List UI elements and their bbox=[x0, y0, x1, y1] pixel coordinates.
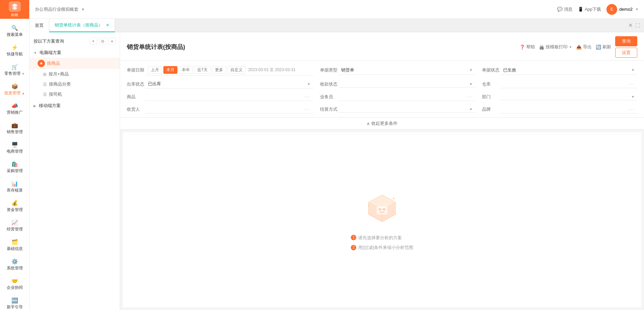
tree-item-by-month-product[interactable]: ⊞ 按月+商品 bbox=[30, 69, 120, 79]
filter-settlement: 结算方式 ▼ bbox=[320, 106, 475, 113]
sidebar-item-operations[interactable]: 📈 经营管理 bbox=[1, 217, 28, 235]
logo-text: 标账 bbox=[11, 12, 18, 17]
stock-out-value[interactable]: 已出库 ▼ bbox=[145, 80, 313, 89]
receipt-label: 收款状态 bbox=[320, 81, 338, 87]
brand-value[interactable]: ··· bbox=[500, 105, 637, 113]
product-value[interactable]: ··· bbox=[145, 93, 313, 101]
settings-button[interactable]: 设置 bbox=[615, 48, 637, 58]
dept-value[interactable]: ▼ bbox=[500, 94, 637, 100]
tab-expand-btn[interactable]: ⛶ bbox=[635, 23, 640, 28]
receiver-value[interactable]: ··· bbox=[145, 105, 313, 113]
tab-home[interactable]: 首页 bbox=[30, 19, 49, 32]
date-custom-btn[interactable]: 自定义 bbox=[227, 66, 246, 74]
sidebar-item-wholesale[interactable]: 📦 批发管理 ▲ bbox=[1, 81, 28, 99]
sidebar-item-marketing[interactable]: 📣 营销推广 bbox=[1, 100, 28, 118]
sidebar-item-system[interactable]: ⚙️ 系统管理 bbox=[1, 256, 28, 274]
sidebar-item-finance[interactable]: 💰 资金管理 bbox=[1, 197, 28, 215]
tree-item-by-category[interactable]: ☰ 按商品分类 bbox=[30, 79, 120, 89]
refresh-icon: 🔄 bbox=[596, 45, 601, 50]
empty-state: ✦ ✦ ✦ 1 请先选择要分析的方案 2 用[过滤]条件来缩小分析范围 bbox=[123, 132, 641, 307]
empty-tips: 1 请先选择要分析的方案 2 用[过滤]条件来缩小分析范围 bbox=[351, 234, 413, 252]
date-this-month-btn[interactable]: 本月 bbox=[163, 66, 177, 74]
tab-close-window-btn[interactable]: ✕ bbox=[628, 22, 633, 29]
logo: 标账 bbox=[0, 0, 29, 19]
sidebar-item-retail[interactable]: 🛒 零售管理 ▼ bbox=[1, 61, 28, 79]
receipt-value[interactable]: ▼ bbox=[338, 81, 475, 88]
sidebar-item-sales[interactable]: 💼 销售管理 bbox=[1, 119, 28, 138]
message-icon: 💬 bbox=[557, 7, 562, 12]
print-dropdown-icon: ▼ bbox=[569, 45, 572, 49]
date-last-month-btn[interactable]: 上月 bbox=[148, 66, 162, 74]
filter-row-4: 收货人 ··· 结算方式 ▼ bbox=[127, 105, 637, 113]
tab-controls: ✕ ⛶ bbox=[624, 22, 644, 29]
sidebar-item-enterprise[interactable]: 🤝 企业协同 bbox=[1, 275, 28, 293]
tabs-bar: 首页 销货单统计表（按商品） ✕ ✕ ⛶ bbox=[30, 19, 644, 32]
date-more-btn[interactable]: 更多 bbox=[212, 66, 226, 74]
date-value[interactable]: 上月 本月 本年 近7天 更多 自定义 2023-03-01 至 2023-03… bbox=[145, 65, 313, 75]
refresh-btn[interactable]: 🔄 刷新 bbox=[596, 44, 611, 50]
svg-point-0 bbox=[40, 62, 42, 64]
help-btn[interactable]: ❓ 帮助 bbox=[520, 44, 535, 50]
settlement-label: 结算方式 bbox=[320, 106, 338, 112]
warehouse-dots: ··· bbox=[629, 81, 635, 87]
dropdown-arrow-icon[interactable]: ▼ bbox=[81, 7, 85, 11]
salesman-dots: ··· bbox=[467, 94, 473, 99]
doc-status-label: 单据状态 bbox=[482, 67, 500, 73]
brand-dots: ··· bbox=[629, 106, 635, 112]
salesman-value[interactable]: ··· bbox=[338, 93, 475, 101]
svg-rect-6 bbox=[383, 208, 385, 210]
add-scheme-btn[interactable]: + bbox=[90, 38, 97, 45]
tree-section-mobile[interactable]: ▶ 移动端方案 bbox=[30, 101, 120, 111]
warehouse-label: 仓库 bbox=[482, 81, 500, 87]
settlement-value[interactable]: ▼ bbox=[338, 106, 475, 113]
svg-text:✦: ✦ bbox=[367, 204, 370, 207]
page-actions: ❓ 帮助 🖨️ 按模板打印 ▼ 📤 导出 � bbox=[520, 36, 637, 58]
sidebar-item-inventory[interactable]: 📊 库存核算 bbox=[1, 178, 28, 196]
tab-close-btn[interactable]: ✕ bbox=[106, 23, 109, 28]
filter-warehouse: 仓库 ··· bbox=[482, 80, 637, 88]
sidebar-item-guide[interactable]: 🆕 新手引导 bbox=[1, 295, 28, 310]
tree-icon-cashier: ☰ bbox=[43, 92, 47, 97]
dept-chevron-icon: ▼ bbox=[631, 95, 635, 99]
print-btn[interactable]: 🖨️ 按模板打印 ▼ bbox=[539, 44, 572, 50]
collapse-panel-btn[interactable]: « bbox=[108, 38, 116, 45]
tree-item-by-product[interactable]: 按商品 bbox=[30, 58, 120, 69]
tab-sales-stat[interactable]: 销货单统计表（按商品） ✕ bbox=[49, 19, 115, 32]
sidebar: 标账 🔍 搜索菜单 ⚡ 快捷导航 🛒 零售管理 ▼ 📦 批发管理 ▲ 📣 营销推… bbox=[0, 0, 30, 310]
sidebar-item-ecommerce[interactable]: 🖥️ 电商管理 bbox=[1, 139, 28, 157]
filter-row-1: 单据日期 上月 本月 本年 近7天 更多 自定义 2023-03-01 至 20… bbox=[127, 65, 637, 75]
date-controls: 上月 本月 本年 近7天 更多 自定义 bbox=[148, 66, 246, 74]
export-icon: 📤 bbox=[576, 45, 582, 50]
tab-home-label: 首页 bbox=[35, 22, 44, 29]
topbar-left: 办公用品行业模拟账套 ▼ bbox=[35, 6, 85, 12]
left-panel-tools: + ⊙ « bbox=[90, 38, 116, 45]
tree-section-pc[interactable]: ▼ 电脑端方案 bbox=[30, 48, 120, 58]
empty-icon: ✦ ✦ ✦ bbox=[362, 188, 402, 228]
date-this-year-btn[interactable]: 本年 bbox=[179, 66, 193, 74]
sidebar-item-shortcut[interactable]: ⚡ 快捷导航 bbox=[1, 42, 28, 60]
sidebar-item-purchase[interactable]: 🛍️ 采购管理 bbox=[1, 158, 28, 176]
edit-scheme-btn[interactable]: ⊙ bbox=[99, 38, 106, 45]
tree-item-by-cashier[interactable]: ☰ 按司机 bbox=[30, 89, 120, 99]
app-download-btn[interactable]: 📱 App下载 bbox=[578, 6, 601, 12]
doc-type-chevron-icon: ▼ bbox=[469, 68, 473, 72]
doc-type-label: 单据类型 bbox=[320, 67, 338, 73]
query-settings-group: 查询 设置 bbox=[615, 36, 637, 58]
tree-item-by-product-label: 按商品 bbox=[47, 60, 60, 66]
avatar: E bbox=[606, 4, 617, 15]
user-profile[interactable]: E demo2 ▼ bbox=[606, 4, 639, 15]
topbar: 办公用品行业模拟账套 ▼ 💬 消息 📱 App下载 E demo2 ▼ bbox=[30, 0, 644, 19]
date-7days-btn[interactable]: 近7天 bbox=[194, 66, 211, 74]
brand-label: 品牌 bbox=[482, 106, 500, 112]
sidebar-item-basic[interactable]: 🗂️ 基础信息 bbox=[1, 236, 28, 254]
doc-status-value[interactable]: 已生效 ▼ bbox=[500, 66, 637, 75]
tree-item-month-label: 按月+商品 bbox=[49, 71, 69, 77]
doc-type-value[interactable]: 销货单 ▼ bbox=[338, 66, 475, 75]
collapse-filters-btn[interactable]: ∧ 收起更多条件 bbox=[120, 118, 644, 130]
query-button[interactable]: 查询 bbox=[615, 36, 637, 46]
message-btn[interactable]: 💬 消息 bbox=[557, 6, 573, 12]
sidebar-item-search[interactable]: 🔍 搜索菜单 bbox=[1, 22, 28, 40]
doc-status-chevron-icon: ▼ bbox=[631, 68, 635, 72]
warehouse-value[interactable]: ··· bbox=[500, 80, 637, 88]
export-btn[interactable]: 📤 导出 bbox=[576, 44, 592, 50]
